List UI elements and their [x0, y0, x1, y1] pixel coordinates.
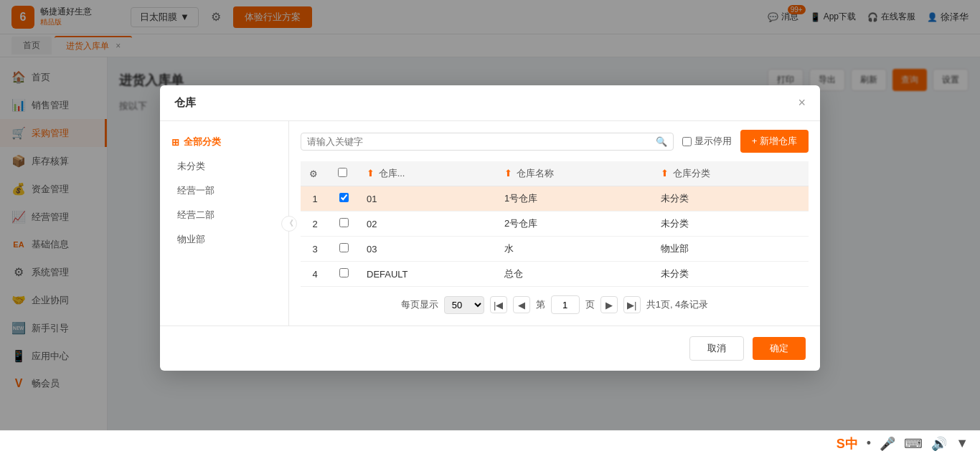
per-page-select[interactable]: 50 10 20 100	[444, 296, 484, 314]
warehouse-modal: 仓库 × ⊞ 全部分类 未分类 经营一部	[160, 85, 820, 371]
table-row[interactable]: 2 02 2号仓库 未分类	[301, 212, 809, 237]
bottom-arrow-icon[interactable]: ▼	[956, 436, 969, 451]
bottom-keyboard-icon[interactable]: ⌨	[904, 436, 923, 452]
row-checkbox-cell	[329, 186, 358, 212]
row-name: 水	[496, 237, 652, 262]
warehouse-table: ⚙ ⬆ 仓库...	[301, 161, 809, 287]
row-category: 未分类	[652, 186, 809, 212]
select-all-checkbox[interactable]	[338, 168, 347, 177]
search-box: 🔍	[301, 133, 674, 151]
row-checkbox[interactable]	[339, 268, 349, 277]
row-code: 01	[358, 186, 496, 212]
table-panel: 🔍 显示停用 + 新增仓库	[289, 121, 820, 326]
row-checkbox[interactable]	[339, 193, 349, 202]
row-category: 物业部	[652, 237, 809, 262]
bottom-mic-icon[interactable]: 🎤	[880, 436, 895, 452]
bottom-s-icon[interactable]: S中	[837, 435, 858, 452]
bottom-volume-icon[interactable]: 🔊	[931, 436, 947, 452]
row-category: 未分类	[652, 262, 809, 287]
collapse-panel-button[interactable]: 《	[281, 216, 297, 232]
next-page-button[interactable]: ▶	[600, 296, 618, 313]
category-item-unclassified[interactable]: 未分类	[160, 154, 288, 179]
sort-icon-cat: ⬆	[661, 168, 669, 179]
category-panel: ⊞ 全部分类 未分类 经营一部 经营二部 物业部	[160, 121, 289, 326]
prev-page-button[interactable]: ◀	[513, 296, 530, 313]
table-head: ⚙ ⬆ 仓库...	[301, 161, 809, 186]
table-row[interactable]: 3 03 水 物业部	[301, 237, 809, 262]
bottom-dot-icon: •	[867, 436, 871, 451]
show-disabled-label: 显示停用	[682, 135, 732, 148]
modal-body: ⊞ 全部分类 未分类 经营一部 经营二部 物业部	[160, 121, 820, 326]
table-body: 1 01 1号仓库 未分类 2 02 2号仓库 未分类 3 03 水 物业部 4	[301, 186, 809, 287]
modal-overlay[interactable]: 仓库 × ⊞ 全部分类 未分类 经营一部	[0, 0, 980, 456]
pagination: 每页显示 50 10 20 100 |◀ ◀ 第	[301, 287, 809, 317]
row-checkbox[interactable]	[339, 243, 349, 252]
th-category: ⬆ 仓库分类	[652, 161, 809, 186]
category-item-operations2[interactable]: 经营二部	[160, 203, 288, 227]
table-row[interactable]: 1 01 1号仓库 未分类	[301, 186, 809, 212]
page-label: 页	[585, 298, 595, 311]
category-item-operations1[interactable]: 经营一部	[160, 179, 288, 203]
per-page-label: 每页显示	[401, 298, 438, 311]
first-page-button[interactable]: |◀	[490, 296, 507, 313]
grid-icon: ⊞	[171, 137, 179, 148]
table-toolbar: 🔍 显示停用 + 新增仓库	[301, 130, 809, 153]
total-info: 共1页, 4条记录	[646, 298, 709, 311]
row-index: 3	[301, 237, 329, 262]
show-disabled-checkbox[interactable]	[682, 137, 692, 146]
row-code: DEFAULT	[358, 262, 496, 287]
th-settings: ⚙	[301, 161, 329, 186]
row-checkbox-cell	[329, 262, 358, 287]
modal-footer: 取消 确定	[160, 326, 820, 371]
row-checkbox-cell	[329, 237, 358, 262]
row-index: 2	[301, 212, 329, 237]
all-category-item[interactable]: ⊞ 全部分类	[160, 130, 288, 154]
all-category-label: 全部分类	[184, 136, 221, 148]
row-name: 2号仓库	[496, 212, 652, 237]
row-index: 4	[301, 262, 329, 287]
th-checkbox	[329, 161, 358, 186]
row-checkbox[interactable]	[339, 218, 349, 227]
row-name: 总仓	[496, 262, 652, 287]
table-row[interactable]: 4 DEFAULT 总仓 未分类	[301, 262, 809, 287]
row-category: 未分类	[652, 212, 809, 237]
search-icon: 🔍	[656, 136, 667, 147]
sort-icon-name: ⬆	[504, 168, 512, 179]
last-page-button[interactable]: ▶|	[623, 296, 641, 313]
row-checkbox-cell	[329, 212, 358, 237]
th-name: ⬆ 仓库名称	[496, 161, 652, 186]
th-code: ⬆ 仓库...	[358, 161, 496, 186]
bottom-bar: S中 • 🎤 ⌨ 🔊 ▼	[0, 430, 980, 456]
modal-header: 仓库 ×	[160, 85, 820, 121]
per-page-select-wrapper: 50 10 20 100	[444, 296, 484, 314]
sort-icon: ⬆	[367, 168, 374, 179]
main-layout: 🏠 首页 📊 销售管理 🛒 采购管理 📦 库存核算 💰 资金管理 📈 经营管理 …	[0, 57, 980, 456]
row-code: 03	[358, 237, 496, 262]
table-container: ⚙ ⬆ 仓库...	[301, 161, 809, 287]
search-input[interactable]	[307, 136, 656, 147]
page-go-label: 第	[536, 298, 545, 311]
confirm-button[interactable]: 确定	[753, 337, 806, 360]
modal-title: 仓库	[174, 96, 196, 110]
cancel-button[interactable]: 取消	[689, 336, 744, 361]
category-item-property[interactable]: 物业部	[160, 227, 288, 252]
gear-th-icon: ⚙	[309, 168, 318, 179]
add-warehouse-button[interactable]: + 新增仓库	[740, 130, 809, 153]
row-index: 1	[301, 186, 329, 212]
row-name: 1号仓库	[496, 186, 652, 212]
current-page-input[interactable]	[551, 295, 580, 314]
row-code: 02	[358, 212, 496, 237]
modal-close-button[interactable]: ×	[798, 95, 806, 110]
